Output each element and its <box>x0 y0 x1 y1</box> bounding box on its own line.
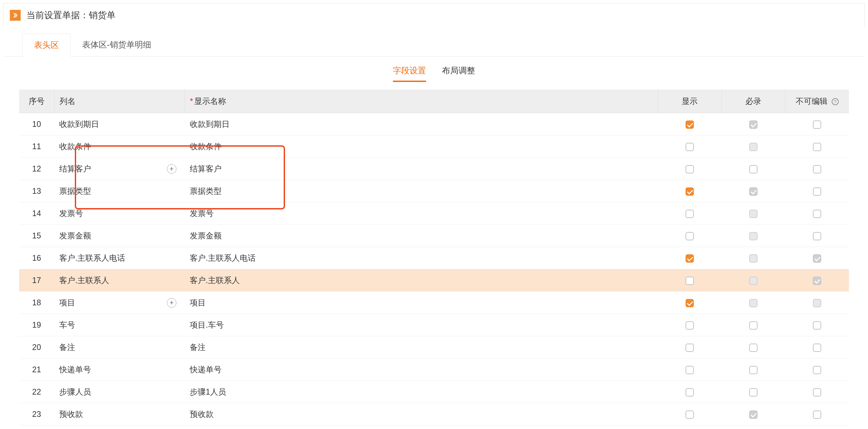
cell-display-name[interactable]: 票据类型 <box>185 180 658 202</box>
help-icon[interactable]: ? <box>832 98 839 105</box>
cell-show <box>658 403 721 426</box>
row-name-label: 票据类型 <box>59 186 91 196</box>
cell-name: 收款条件 <box>54 136 185 158</box>
cell-name: 车号 <box>54 314 185 336</box>
row-name-label: 收款到期日 <box>59 119 99 130</box>
cell-seq: 17 <box>19 269 54 292</box>
plus-icon[interactable]: + <box>167 164 177 174</box>
th-required: 必录 <box>721 90 785 113</box>
cell-readonly <box>785 269 849 292</box>
checkbox-readonly[interactable] <box>813 120 821 129</box>
cell-show <box>658 158 721 180</box>
checkbox-readonly[interactable] <box>813 143 821 151</box>
table-row: 11收款条件收款条件 <box>19 136 849 158</box>
tab-secondary-0[interactable]: 字段设置 <box>393 65 426 82</box>
cell-readonly <box>785 314 849 336</box>
checkbox-required[interactable] <box>749 344 757 352</box>
checkbox-show[interactable] <box>686 254 694 263</box>
table-row: 17客户.主联系人客户.主联系人 <box>19 269 849 292</box>
cell-name: 快递单号 <box>54 359 185 381</box>
checkbox-readonly[interactable] <box>813 188 821 196</box>
table-row: 20备注备注 <box>19 336 849 359</box>
cell-seq: 16 <box>19 247 54 269</box>
cell-required <box>721 113 785 136</box>
cell-display-name[interactable]: 收款条件 <box>185 136 658 158</box>
table-row: 12结算客户+结算客户 <box>19 158 849 180</box>
cell-display-name[interactable]: 客户.主联系人 <box>185 269 658 292</box>
cell-display-name[interactable]: 客户.主联系人电话 <box>185 247 658 269</box>
tab-primary-1[interactable]: 表体区-销货单明细 <box>71 33 163 56</box>
checkbox-required <box>749 299 757 307</box>
cell-display-name[interactable]: 备注 <box>185 336 658 359</box>
checkbox-readonly[interactable] <box>813 366 821 374</box>
row-name-label: 结算客户 <box>59 164 91 174</box>
checkbox-readonly[interactable] <box>813 165 821 173</box>
checkbox-required <box>749 210 757 218</box>
checkbox-show[interactable] <box>686 165 694 173</box>
cell-display-name[interactable]: 结算客户 <box>185 158 658 180</box>
cell-name: 票据类型 <box>54 180 185 202</box>
table-row: 18项目+项目 <box>19 292 849 314</box>
checkbox-readonly[interactable] <box>813 232 821 240</box>
cell-seq: 18 <box>19 292 54 314</box>
cell-display-name[interactable]: 项目 <box>185 292 658 314</box>
cell-display-name[interactable]: 收款到期日 <box>185 113 658 136</box>
chevron-right-icon[interactable] <box>10 10 21 21</box>
checkbox-show[interactable] <box>686 366 694 374</box>
cell-readonly <box>785 381 849 403</box>
checkbox-required <box>749 188 757 196</box>
cell-seq: 15 <box>19 225 54 247</box>
checkbox-show[interactable] <box>686 143 694 151</box>
checkbox-readonly[interactable] <box>813 388 821 397</box>
cell-seq: 20 <box>19 336 54 359</box>
table-row: 16客户.主联系人电话客户.主联系人电话 <box>19 247 849 269</box>
row-name-label: 收款条件 <box>59 141 91 152</box>
checkbox-show[interactable] <box>686 120 694 129</box>
cell-name: 步骤人员 <box>54 381 185 403</box>
cell-show <box>658 225 721 247</box>
checkbox-required[interactable] <box>749 165 757 173</box>
checkbox-show[interactable] <box>686 232 694 240</box>
checkbox-show[interactable] <box>686 210 694 218</box>
cell-readonly <box>785 225 849 247</box>
cell-display-name[interactable]: 项目.车号 <box>185 314 658 336</box>
checkbox-readonly[interactable] <box>813 344 821 352</box>
checkbox-show[interactable] <box>686 299 694 307</box>
cell-readonly <box>785 202 849 225</box>
cell-display-name[interactable]: 步骤1人员 <box>185 381 658 403</box>
row-name-label: 车号 <box>59 320 75 330</box>
row-name-label: 预收款 <box>59 409 83 420</box>
checkbox-readonly[interactable] <box>813 210 821 218</box>
cell-display-name[interactable]: 发票号 <box>185 202 658 225</box>
checkbox-show[interactable] <box>686 344 694 352</box>
checkbox-show[interactable] <box>686 188 694 196</box>
checkbox-show[interactable] <box>686 388 694 397</box>
checkbox-required[interactable] <box>749 388 757 397</box>
checkbox-readonly <box>813 299 821 307</box>
tabs-secondary: 字段设置布局调整 <box>0 57 868 82</box>
checkbox-readonly[interactable] <box>813 410 821 419</box>
row-name-label: 快递单号 <box>59 364 91 375</box>
plus-icon[interactable]: + <box>167 298 177 308</box>
cell-show <box>658 359 721 381</box>
cell-display-name[interactable]: 快递单号 <box>185 359 658 381</box>
checkbox-show[interactable] <box>686 410 694 419</box>
checkbox-readonly[interactable] <box>813 321 821 330</box>
cell-required <box>721 202 785 225</box>
cell-show <box>658 336 721 359</box>
cell-readonly <box>785 403 849 426</box>
cell-required <box>721 359 785 381</box>
checkbox-required[interactable] <box>749 366 757 374</box>
checkbox-required[interactable] <box>749 321 757 330</box>
tab-secondary-1[interactable]: 布局调整 <box>442 65 475 82</box>
checkbox-required <box>749 120 757 129</box>
cell-seq: 13 <box>19 180 54 202</box>
cell-display-name[interactable]: 预收款 <box>185 403 658 426</box>
checkbox-show[interactable] <box>686 277 694 285</box>
tab-primary-0[interactable]: 表头区 <box>22 33 71 57</box>
cell-display-name[interactable]: 发票金额 <box>185 225 658 247</box>
row-name-label: 客户.主联系人电话 <box>59 253 125 263</box>
table-row: 23预收款预收款 <box>19 403 849 426</box>
checkbox-show[interactable] <box>686 321 694 330</box>
cell-show <box>658 381 721 403</box>
